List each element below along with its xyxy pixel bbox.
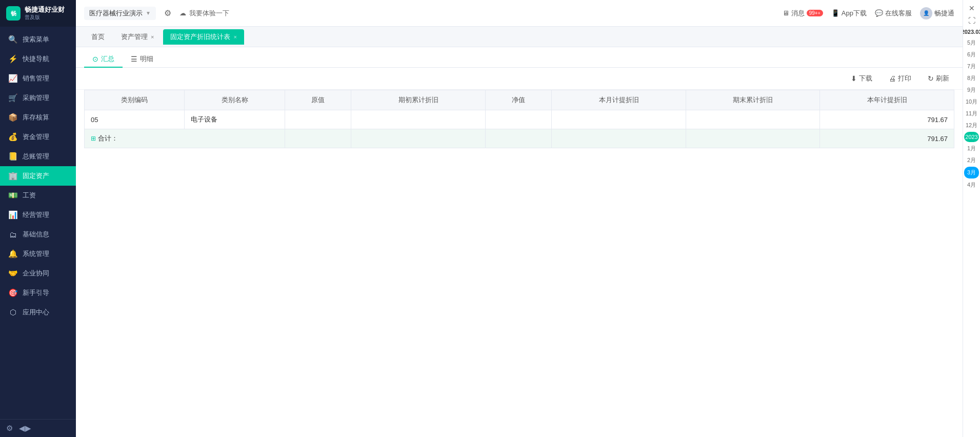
refresh-label: 刷新 — [936, 74, 949, 83]
right-panel-close-btn[interactable]: ✕ — [963, 2, 980, 14]
month-item[interactable]: 6月 — [963, 49, 980, 61]
customer-service-label: 在线客服 — [885, 9, 912, 18]
sidebar-item-label: 系统管理 — [23, 249, 49, 259]
month-item[interactable]: 8月 — [963, 72, 980, 84]
month-item[interactable]: 10月 — [963, 96, 980, 108]
sidebar-item-基础信息[interactable]: 🗂基础信息 — [0, 225, 76, 244]
sidebar-item-icon: 🤝 — [8, 269, 17, 278]
sidebar-item-工资[interactable]: 💵工资 — [0, 186, 76, 205]
sidebar-item-icon: 💵 — [8, 191, 17, 200]
avatar: 👤 — [920, 7, 932, 19]
sidebar-item-icon: 🏢 — [8, 171, 17, 181]
sidebar-item-新手引导[interactable]: 🎯新手引导 — [0, 283, 76, 303]
month-item[interactable]: 2月 — [963, 154, 980, 166]
company-dropdown-icon: ▼ — [146, 10, 151, 16]
sub-tab-summary[interactable]: ⊙ 汇总 — [84, 51, 123, 68]
cell-annual-dep: 791.67 — [820, 110, 954, 129]
tab-home-label: 首页 — [91, 32, 105, 42]
depreciation-table: 类别编码 类别名称 原值 期初累计折旧 净值 本月计提折旧 期末累计折旧 本年计… — [84, 90, 954, 148]
sidebar-item-label: 销售管理 — [23, 74, 49, 83]
user-btn[interactable]: 👤 畅捷通 — [920, 7, 954, 19]
month-item[interactable]: 1月 — [963, 143, 980, 154]
page-content: ⊙ 汇总 ☰ 明细 ⬇ 下载 🖨 打印 ↻ 刷新 — [76, 47, 963, 437]
cell-initial-dep — [351, 110, 486, 129]
sidebar-item-icon: 🎯 — [8, 288, 17, 297]
month-item[interactable]: 5月 — [963, 37, 980, 49]
col-code: 类别编码 — [85, 90, 185, 110]
download-icon: ⬇ — [851, 74, 857, 83]
app-title-group: 畅捷通好业财 普及版 — [25, 6, 65, 21]
experience-btn[interactable]: ☁ 我要体验一下 — [179, 9, 229, 18]
app-download-label: App下载 — [842, 9, 867, 18]
sidebar-item-快捷导航[interactable]: ⚡快捷导航 — [0, 49, 76, 69]
company-name: 医疗器械行业演示 — [89, 9, 143, 18]
app-logo: 畅 — [6, 6, 21, 21]
tab-fixed-asset-depreciation-close[interactable]: × — [233, 34, 236, 40]
refresh-btn[interactable]: ↻ 刷新 — [923, 72, 954, 85]
sidebar-item-库存核算[interactable]: 📦库存核算 — [0, 108, 76, 127]
notifications-btn[interactable]: 🖥 消息 99++ — [783, 9, 823, 18]
summary-period-dep — [686, 129, 820, 148]
company-selector[interactable]: 医疗器械行业演示 ▼ — [84, 7, 156, 20]
summary-initial-dep — [351, 129, 486, 148]
tab-asset-management[interactable]: 资产管理 × — [114, 29, 161, 45]
sidebar-item-label: 企业协同 — [23, 269, 49, 278]
download-label: 下载 — [859, 74, 872, 83]
sub-tab-detail[interactable]: ☰ 明细 — [123, 51, 162, 68]
print-icon: 🖨 — [889, 74, 896, 83]
settings-icon[interactable]: ⚙ — [6, 424, 13, 433]
col-net-value: 净值 — [485, 90, 551, 110]
sidebar-item-label: 搜索菜单 — [23, 35, 49, 44]
right-panel-expand-btn[interactable]: ⛶ — [963, 14, 980, 27]
app-title: 畅捷通好业财 — [25, 6, 65, 14]
table-row: 05 电子设备 791.67 — [85, 110, 954, 129]
sidebar-item-经营管理[interactable]: 📊经营管理 — [0, 205, 76, 225]
service-icon: 💬 — [875, 9, 883, 17]
table-container: 类别编码 类别名称 原值 期初累计折旧 净值 本月计提折旧 期末累计折旧 本年计… — [76, 90, 963, 437]
sidebar-item-icon: 📦 — [8, 113, 17, 122]
sidebar-item-icon: 🔔 — [8, 249, 17, 259]
sidebar-item-固定资产[interactable]: 🏢固定资产 — [0, 166, 76, 186]
collapse-icon[interactable]: ◀▶ — [19, 424, 31, 433]
sidebar-item-icon: 🛒 — [8, 93, 17, 103]
month-item[interactable]: 3月 — [964, 167, 978, 178]
month-item[interactable]: 11月 — [963, 108, 980, 120]
sidebar-item-label: 总账管理 — [23, 152, 49, 161]
tab-fixed-asset-depreciation[interactable]: 固定资产折旧统计表 × — [163, 29, 244, 45]
sidebar-item-icon: 📊 — [8, 210, 17, 220]
cloud-icon: ☁ — [179, 9, 186, 17]
notifications-label: 消息 — [791, 9, 805, 18]
cell-name: 电子设备 — [185, 110, 285, 129]
user-label: 畅捷通 — [934, 9, 954, 18]
summary-monthly-dep — [552, 129, 686, 148]
sidebar-item-icon: 🗂 — [8, 230, 17, 239]
sidebar-item-资金管理[interactable]: 💰资金管理 — [0, 127, 76, 147]
month-item[interactable]: 4月 — [963, 179, 980, 191]
month-item[interactable]: 9月 — [963, 84, 980, 96]
year-marker[interactable]: 2023 — [964, 132, 978, 142]
col-initial-depreciation: 期初累计折旧 — [351, 90, 486, 110]
col-monthly-depreciation: 本月计提折旧 — [552, 90, 686, 110]
month-item[interactable]: 7月 — [963, 61, 980, 72]
sidebar-item-系统管理[interactable]: 🔔系统管理 — [0, 244, 76, 264]
download-btn[interactable]: ⬇ 下载 — [846, 72, 877, 85]
sidebar-item-应用中心[interactable]: ⬡应用中心 — [0, 303, 76, 322]
sidebar-item-销售管理[interactable]: 📈销售管理 — [0, 69, 76, 88]
customer-service-btn[interactable]: 💬 在线客服 — [875, 9, 912, 18]
cell-net — [485, 110, 551, 129]
col-name: 类别名称 — [185, 90, 285, 110]
sidebar-item-总账管理[interactable]: 📒总账管理 — [0, 147, 76, 166]
month-item[interactable]: 12月 — [963, 120, 980, 131]
app-download-btn[interactable]: 📱 App下载 — [831, 9, 867, 18]
sidebar-item-搜索菜单[interactable]: 🔍搜索菜单 — [0, 30, 76, 49]
tab-asset-management-close[interactable]: × — [151, 34, 154, 40]
tab-home[interactable]: 首页 — [84, 29, 112, 45]
sidebar-item-采购管理[interactable]: 🛒采购管理 — [0, 88, 76, 108]
topbar-settings-icon[interactable]: ⚙ — [162, 6, 173, 20]
sub-tabs: ⊙ 汇总 ☰ 明细 — [76, 47, 963, 68]
print-label: 打印 — [898, 74, 911, 83]
sub-tab-detail-label: 明细 — [140, 54, 153, 64]
sidebar-item-企业协同[interactable]: 🤝企业协同 — [0, 264, 76, 283]
print-btn[interactable]: 🖨 打印 — [884, 72, 916, 85]
tab-asset-management-label: 资产管理 — [121, 32, 148, 42]
